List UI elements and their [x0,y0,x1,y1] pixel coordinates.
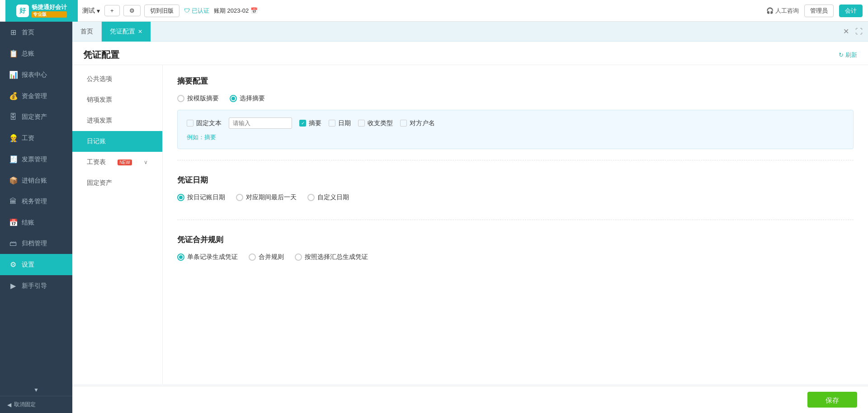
single-record-option[interactable]: 单条记录生成凭证 [177,253,238,261]
tab-expand-icon[interactable]: ⛶ [854,26,864,38]
custom-date-radio[interactable] [307,194,315,201]
sidebar-item-guide[interactable]: ▶ 新手引导 [0,275,72,296]
journal-date-radio[interactable] [177,194,184,201]
nav-payroll-table[interactable]: 工资表 NEW ∨ [72,152,162,173]
guide-icon: ▶ [9,282,17,290]
fixed-text-option[interactable]: 固定文本 [187,119,222,127]
consult-label: 人工咨询 [775,7,799,15]
template-summary-label: 按模版摘要 [187,94,219,103]
cancel-fixed-button[interactable]: ◀ 取消固定 [0,396,72,413]
nav-purchase-invoice[interactable]: 进项发票 [72,110,162,131]
sidebar-item-archive[interactable]: 🗃 归档管理 [0,233,72,254]
chevron-down-icon: ∨ [144,159,148,165]
date-option[interactable]: 日期 [329,119,351,127]
period-last-day-option[interactable]: 对应期间最后一天 [236,193,297,202]
shield-icon: 🛡 [184,7,190,14]
sidebar-item-sales-purchase[interactable]: 📦 进销台账 [0,170,72,191]
summary-checkbox[interactable]: ✓ [299,120,306,127]
summary-generate-radio[interactable] [295,253,302,261]
period-label: 账期 [214,7,226,15]
select-summary-option[interactable]: 选择摘要 [230,94,265,103]
tab-close-icon[interactable]: ✕ [138,28,142,35]
topbar-actions: + ⚙ 切到旧版 [104,5,179,17]
add-button[interactable]: + [104,5,120,16]
counterpart-checkbox[interactable] [400,120,407,127]
fixed-text-input[interactable] [229,117,292,129]
refresh-button[interactable]: ↻ 刷新 [839,51,857,59]
sidebar-item-invoice[interactable]: 🧾 发票管理 [0,149,72,170]
sidebar-label-invoice: 发票管理 [22,155,47,164]
date-section: 凭证日期 按日记账日期 对应期间最后一天 [177,175,854,220]
invoice-icon: 🧾 [9,155,17,164]
merge-rules-label: 合并规则 [259,253,284,261]
sidebar-scroll: ⊞ 首页 📋 总账 📊 报表中心 💰 资金管理 🗄 固定资产 👷 工资 [0,22,72,384]
nav-public[interactable]: 公共选项 [72,69,162,89]
summary-section-title: 摘要配置 [177,76,854,86]
settings-button[interactable]: ⚙ [123,5,141,16]
tax-icon: 🏛 [9,197,17,206]
project-selector[interactable]: 测试 ▾ [82,7,100,15]
date-checkbox[interactable] [329,120,335,127]
sales-purchase-icon: 📦 [9,176,17,185]
cash-icon: 💰 [9,92,17,100]
tab-home[interactable]: 首页 [72,22,102,42]
nav-sales-invoice[interactable]: 销项发票 [72,89,162,110]
sidebar-item-cash[interactable]: 💰 资金管理 [0,85,72,107]
reports-icon: 📊 [9,70,17,79]
journal-date-option[interactable]: 按日记账日期 [177,193,225,202]
main-layout: ⊞ 首页 📋 总账 📊 报表中心 💰 资金管理 🗄 固定资产 👷 工资 [0,22,868,413]
sidebar-item-reports[interactable]: 📊 报表中心 [0,64,72,85]
manager-button[interactable]: 管理员 [804,5,834,17]
counterpart-option[interactable]: 对方户名 [400,119,435,127]
sidebar-item-settings[interactable]: ⚙ 设置 [0,254,72,275]
merge-section-title: 凭证合并规则 [177,235,854,245]
income-type-option[interactable]: 收支类型 [358,119,393,127]
config-nav: 公共选项 销项发票 进项发票 日记账 工资表 NEW [72,65,163,384]
fixed-text-checkbox[interactable] [187,120,193,127]
nav-journal[interactable]: 日记账 [72,131,162,152]
sidebar-label-sales-purchase: 进销台账 [22,177,47,185]
save-button[interactable]: 保存 [807,392,857,408]
template-summary-radio[interactable] [177,95,184,102]
sidebar-item-close[interactable]: 📅 结账 [0,212,72,233]
cancel-fixed-label: 取消固定 [14,401,36,408]
project-name: 测试 [82,7,95,15]
consult-button[interactable]: 🎧 人工咨询 [766,7,799,15]
sidebar-item-tax[interactable]: 🏛 税务管理 [0,191,72,212]
tab-voucher-config[interactable]: 凭证配置 ✕ [102,22,151,42]
sidebar-label-home: 首页 [22,28,34,37]
custom-date-option[interactable]: 自定义日期 [307,193,349,202]
tab-close-window-icon[interactable]: ✕ [841,25,851,38]
accountant-button[interactable]: 会计 [839,5,863,17]
summary-generate-option[interactable]: 按照选择汇总生成凭证 [295,253,368,261]
nav-fixed-assets[interactable]: 固定资产 [72,173,162,193]
merge-rules-option[interactable]: 合并规则 [249,253,284,261]
sidebar-scroll-down[interactable]: ▼ [0,384,72,396]
period-last-day-radio[interactable] [236,194,243,201]
logo-sub: 专业版 [32,11,67,18]
sidebar-item-assets[interactable]: 🗄 固定资产 [0,107,72,127]
summary-generate-label: 按照选择汇总生成凭证 [305,253,368,261]
merge-rules-radio[interactable] [249,253,256,261]
refresh-icon: ↻ [839,52,844,58]
summary-section: 摘要配置 按模版摘要 选择摘要 [177,76,854,160]
journal-date-label: 按日记账日期 [187,193,225,202]
single-record-radio[interactable] [177,253,184,261]
income-type-checkbox[interactable] [358,120,365,127]
logo-icon: 好 [16,5,29,17]
template-summary-option[interactable]: 按模版摘要 [177,94,219,103]
switch-version-button[interactable]: 切到旧版 [144,5,179,17]
sidebar-item-ledger[interactable]: 📋 总账 [0,43,72,64]
sidebar-item-payroll[interactable]: 👷 工资 [0,127,72,149]
calendar-icon[interactable]: 📅 [250,7,258,14]
payroll-icon: 👷 [9,134,17,142]
date-section-title: 凭证日期 [177,175,854,185]
assets-icon: 🗄 [9,113,17,121]
summary-option[interactable]: ✓ 摘要 [299,119,321,127]
close-period-icon: 📅 [9,218,17,227]
pin-icon: ◀ [7,402,11,408]
sidebar-item-home[interactable]: ⊞ 首页 [0,22,72,43]
select-summary-label: 选择摘要 [240,94,265,103]
select-summary-radio[interactable] [230,95,237,102]
tab-home-label: 首页 [80,28,93,36]
